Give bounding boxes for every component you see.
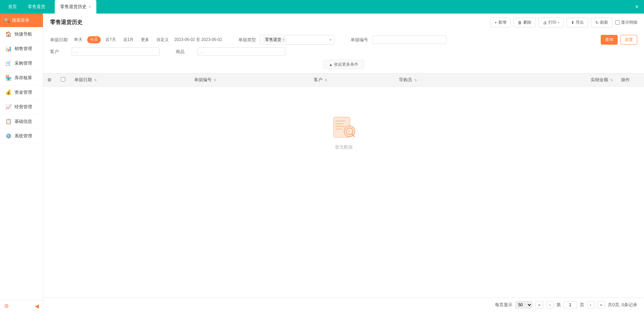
settings-gear-icon[interactable]: ⚙ [4,303,9,309]
date-option-custom[interactable]: 自定义 [154,36,171,43]
tab-retail-return-close[interactable]: × [47,5,49,9]
date-option-more[interactable]: 更多 [138,36,152,43]
date-option-yesterday[interactable]: 昨天 [72,36,85,43]
sidebar-item-basic-info-label: 基础信息 [15,118,32,125]
filter-type-select[interactable]: 零售退货 × ▾ [260,35,334,45]
filter-type-dropdown-icon: ▾ [330,38,331,42]
delete-button[interactable]: 🗑 删除 [514,18,536,27]
total-label: 共0页, 0条记录 [608,302,637,308]
filter-group-goods: 商品 [176,47,285,56]
th-number-label: 单据编号 [194,77,212,82]
column-settings-icon[interactable]: ⚙ [47,77,52,83]
sidebar-item-quick-nav[interactable]: 🏠 快捷导航 [0,27,43,42]
filter-row-1: 单据日期 昨天 今天 近7天 近1月 更多 自定义 2023-06-02 至 2… [50,35,637,45]
last-page-button[interactable]: » [597,301,605,309]
svg-rect-4 [335,129,342,130]
th-settings[interactable]: ⚙ [43,73,57,87]
th-date[interactable]: 单据日期 ⇅ [70,73,190,87]
export-button[interactable]: ⬆ 导出 [567,18,588,27]
sidebar-item-inventory-label: 库存核算 [15,75,32,81]
filter-customer-input[interactable] [72,47,160,56]
sidebar-item-finance-label: 资金管理 [15,89,32,95]
sidebar-item-system-label: 系统管理 [15,133,32,139]
sidebar-item-system-mgmt[interactable]: ⚙️ 系统管理 [0,129,43,143]
query-button[interactable]: 查询 [601,35,618,45]
th-guide-label: 导购员 [399,77,412,82]
sidebar: 🔍 搜索菜单 🏠 快捷导航 📊 销售管理 🛒 采购管理 🏪 库存核算 💰 [0,14,43,312]
next-page-button[interactable]: › [587,301,594,309]
search-icon: 🔍 [4,18,10,23]
delete-label: 删除 [523,20,531,25]
sidebar-item-operations[interactable]: 📈 经营管理 [0,100,43,114]
filter-row-2: 客户 商品 [50,47,637,56]
print-label: 打印 [548,20,556,25]
main-layout: 🔍 搜索菜单 🏠 快捷导航 📊 销售管理 🛒 采购管理 🏪 库存核算 💰 [0,14,644,312]
date-option-today[interactable]: 今天 [87,36,101,43]
sidebar-menu: 🏠 快捷导航 📊 销售管理 🛒 采购管理 🏪 库存核算 💰 资金管理 📈 [0,27,43,300]
page-title-row: 零售退货历史 + 新增 🗑 删除 🖨 打印 ▾ [50,18,637,27]
table-wrapper: ⚙ 单据日期 ⇅ 单据编号 ⇅ [43,73,644,297]
th-number-sort-icon: ⇅ [214,78,216,82]
finance-icon: 💰 [5,89,12,95]
new-button[interactable]: + 新增 [490,18,511,27]
sidebar-item-basic-info[interactable]: 📋 基础信息 [0,114,43,129]
delete-icon: 🗑 [518,20,522,25]
th-checkbox[interactable] [57,73,70,87]
collapse-row: ▲ 收起更多条件 [50,59,637,70]
tab-retail-return-history[interactable]: 零售退货历史 × [55,0,96,14]
inventory-icon: 🏪 [5,75,12,81]
next-page-icon: › [590,303,591,307]
new-label: 新增 [498,20,506,25]
filter-group-date: 单据日期 昨天 今天 近7天 近1月 更多 自定义 2023-06-02 至 2… [50,36,222,43]
sidebar-search-label: 搜索菜单 [12,17,29,23]
page-label: 第 [556,302,561,308]
tab-home[interactable]: 首页 [3,0,22,14]
settings-button[interactable]: 设置 [620,35,637,45]
filter-number-input[interactable] [372,36,447,44]
per-page-select[interactable]: 50 10 20 100 [515,301,532,309]
data-table: ⚙ 单据日期 ⇅ 单据编号 ⇅ [43,73,644,177]
tab-retail-return-history-close[interactable]: × [89,5,91,9]
filter-type-tag-close[interactable]: × [283,38,285,42]
system-icon: ⚙️ [5,133,12,139]
sidebar-item-purchase-mgmt[interactable]: 🛒 采购管理 [0,56,43,71]
collapse-sidebar-icon[interactable]: ◀ [35,303,39,309]
th-customer[interactable]: 客户 ⇅ [310,73,395,87]
sidebar-item-inventory[interactable]: 🏪 库存核算 [0,71,43,85]
th-guide[interactable]: 导购员 ⇅ [395,73,497,87]
th-amount[interactable]: 实销金额 ⇅ [497,73,617,87]
query-label: 查询 [605,37,613,43]
date-option-7days[interactable]: 近7天 [103,36,119,43]
tab-retail-return-history-label: 零售退货历史 [60,4,87,10]
collapse-button[interactable]: ▲ 收起更多条件 [323,60,364,69]
date-range-display: 2023-06-02 至 2023-06-02 [174,37,222,43]
print-button[interactable]: 🖨 打印 ▾ [539,18,564,27]
th-date-sort-icon: ⇅ [94,78,97,82]
window-close-button[interactable]: × [635,3,639,10]
print-icon: 🖨 [543,20,547,25]
first-page-button[interactable]: « [535,301,544,309]
th-amount-sort-icon: ⇅ [610,78,613,82]
export-icon: ⬆ [571,20,574,25]
filter-date-label: 单据日期 [50,37,69,43]
empty-text: 暂无数据 [335,144,353,150]
page-number-input[interactable] [564,302,577,308]
collapse-up-icon: ▲ [329,62,333,67]
date-option-1month[interactable]: 近1月 [121,36,137,43]
svg-rect-2 [335,123,343,124]
filter-group-type: 单据类型 零售退货 × ▾ [238,35,334,45]
filter-area: 单据日期 昨天 今天 近7天 近1月 更多 自定义 2023-06-02 至 2… [50,31,637,73]
prev-page-button[interactable]: ‹ [546,301,554,309]
filter-customer-label: 客户 [50,49,69,55]
settings-label: 设置 [625,37,633,43]
select-all-checkbox[interactable] [61,77,65,82]
tab-retail-return[interactable]: 零售退货 × [22,0,55,14]
filter-group-number: 单据编号 [351,36,447,44]
sidebar-search[interactable]: 🔍 搜索菜单 [0,14,43,27]
th-number[interactable]: 单据编号 ⇅ [190,73,310,87]
filter-goods-input[interactable] [197,47,285,56]
display-mingxi-checkbox[interactable] [615,20,620,25]
sidebar-item-finance[interactable]: 💰 资金管理 [0,85,43,100]
refresh-button[interactable]: ↻ 刷新 [591,18,613,27]
sidebar-item-sales-mgmt[interactable]: 📊 销售管理 [0,42,43,56]
